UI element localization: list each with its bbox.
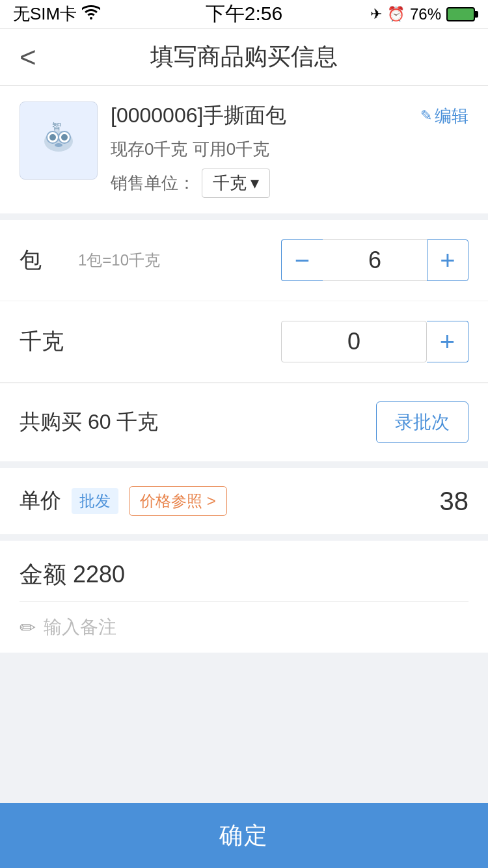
- battery-pct: 76%: [410, 5, 441, 23]
- qty-plus-kg[interactable]: +: [427, 321, 468, 362]
- price-tag-wholesale: 批发: [72, 488, 118, 514]
- product-unit-row: 销售单位： 千克 ▾: [111, 169, 468, 198]
- unit-prefix: 销售单位：: [111, 172, 195, 195]
- product-title-row: [0000006]手撕面包 ✎ 编辑: [111, 102, 468, 130]
- product-card: 智 [0000006]手撕面包 ✎ 编辑 现存0千克 可用0千克 销售单位： 千…: [0, 86, 488, 220]
- status-time: 下午2:56: [206, 1, 282, 27]
- qty-plus-bao[interactable]: +: [427, 239, 468, 281]
- dropdown-arrow-icon: ▾: [251, 173, 259, 193]
- page-content: 智 [0000006]手撕面包 ✎ 编辑 现存0千克 可用0千克 销售单位： 千…: [0, 86, 488, 868]
- product-logo-icon: 智: [38, 116, 79, 165]
- quantity-row-kg: 千克 +: [0, 301, 488, 383]
- battery-icon: [446, 7, 475, 21]
- qty-minus-bao[interactable]: −: [281, 239, 323, 281]
- wifi-icon: [82, 4, 100, 24]
- svg-point-3: [49, 134, 56, 141]
- svg-point-4: [61, 134, 68, 141]
- total-text: 共购买 60 千克: [20, 408, 158, 437]
- status-bar: 无SIM卡 下午2:56 ✈ ⏰ 76%: [0, 0, 488, 29]
- confirm-button[interactable]: 确定: [0, 803, 488, 868]
- status-carrier: 无SIM卡: [13, 3, 100, 25]
- pencil-icon: ✏: [20, 616, 36, 639]
- total-row: 共购买 60 千克 录批次: [0, 383, 488, 468]
- note-placeholder[interactable]: 输入备注: [44, 615, 116, 640]
- amount-label: 金额: [20, 561, 66, 588]
- svg-text:智: 智: [52, 121, 61, 131]
- price-section: 单价 批发 价格参照 > 38: [0, 468, 488, 541]
- price-value: 38: [237, 487, 468, 516]
- quantity-hint-bao: 1包=10千克: [78, 250, 281, 271]
- amount-section: 金额 2280 ✏ 输入备注: [0, 541, 488, 653]
- batch-button[interactable]: 录批次: [376, 401, 468, 443]
- back-button[interactable]: <: [20, 41, 52, 74]
- page-title: 填写商品购买信息: [150, 41, 338, 73]
- quantity-label-kg: 千克: [20, 327, 72, 357]
- qty-input-bao[interactable]: [323, 239, 427, 281]
- quantity-row-bao: 包 1包=10千克 − +: [0, 220, 488, 301]
- product-stock: 现存0千克 可用0千克: [111, 138, 468, 161]
- location-icon: ✈: [370, 6, 382, 23]
- alarm-icon: ⏰: [387, 6, 405, 23]
- quantity-controls-kg: +: [281, 321, 468, 362]
- note-row[interactable]: ✏ 输入备注: [20, 601, 468, 653]
- product-image: 智: [20, 102, 98, 180]
- product-info: [0000006]手撕面包 ✎ 编辑 现存0千克 可用0千克 销售单位： 千克 …: [111, 102, 468, 198]
- qty-input-kg[interactable]: [281, 321, 427, 362]
- quantity-section: 包 1包=10千克 − + 千克 +: [0, 220, 488, 383]
- status-right: ✈ ⏰ 76%: [370, 5, 475, 23]
- price-label: 单价: [20, 487, 61, 515]
- product-name: [0000006]手撕面包: [111, 102, 286, 130]
- nav-bar: < 填写商品购买信息: [0, 29, 488, 86]
- price-ref-button[interactable]: 价格参照 >: [129, 486, 227, 516]
- spacer: [0, 653, 488, 803]
- carrier-text: 无SIM卡: [13, 3, 77, 25]
- amount-value: 2280: [73, 561, 125, 588]
- amount-row: 金额 2280: [20, 559, 468, 591]
- edit-icon: ✎: [420, 107, 432, 124]
- svg-point-5: [55, 143, 62, 147]
- quantity-label-bao: 包: [20, 245, 72, 275]
- quantity-controls-bao: − +: [281, 239, 468, 281]
- edit-button[interactable]: ✎ 编辑: [420, 105, 468, 128]
- unit-selector[interactable]: 千克 ▾: [202, 169, 270, 198]
